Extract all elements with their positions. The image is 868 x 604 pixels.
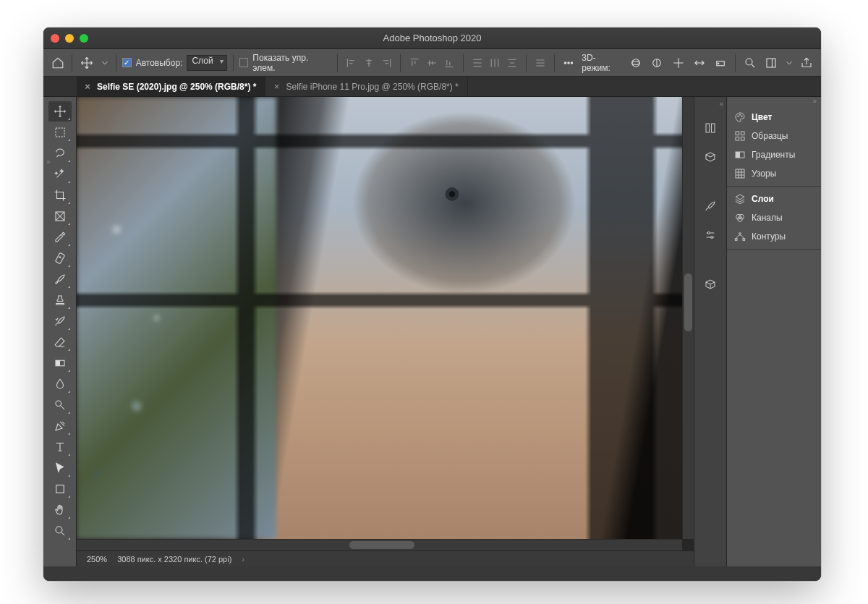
panels-collapse-icon[interactable]: » bbox=[727, 97, 821, 105]
pan-3d-button[interactable] bbox=[670, 54, 686, 72]
home-button[interactable] bbox=[49, 54, 66, 72]
svg-point-1 bbox=[568, 61, 569, 63]
brush-tool[interactable] bbox=[48, 269, 72, 289]
document-canvas[interactable] bbox=[77, 97, 682, 539]
document-tab-2[interactable]: × Selfie iPhone 11 Pro.jpg @ 250% (RGB/8… bbox=[265, 77, 467, 96]
collapse-chevron-icon[interactable]: « bbox=[719, 100, 723, 108]
stamp-tool[interactable] bbox=[48, 290, 72, 310]
svg-point-23 bbox=[739, 114, 740, 115]
tools-panel bbox=[43, 97, 77, 566]
svg-rect-26 bbox=[741, 132, 744, 135]
close-tab-icon[interactable]: × bbox=[271, 81, 281, 92]
tab-label: Selfie iPhone 11 Pro.jpg @ 250% (RGB/8*)… bbox=[286, 82, 458, 92]
move-tool[interactable] bbox=[48, 101, 72, 122]
vertical-scrollbar[interactable] bbox=[682, 97, 694, 539]
gradient-tool[interactable] bbox=[48, 353, 72, 373]
autoselect-checkbox[interactable]: ✓ bbox=[122, 58, 132, 67]
align-center-h-button[interactable] bbox=[361, 56, 377, 70]
lasso-tool[interactable] bbox=[48, 143, 72, 163]
align-bottom-button[interactable] bbox=[441, 56, 457, 70]
status-chevron-icon[interactable]: › bbox=[242, 555, 244, 563]
svg-point-20 bbox=[707, 232, 710, 234]
roll-3d-button[interactable] bbox=[649, 54, 665, 72]
libraries-panel-icon[interactable] bbox=[702, 148, 719, 166]
show-transform-checkbox[interactable] bbox=[239, 58, 249, 67]
window-footer bbox=[43, 566, 821, 581]
svg-point-24 bbox=[741, 116, 742, 116]
slide-3d-button[interactable] bbox=[691, 54, 707, 72]
document-tab-1[interactable]: × Selfie SE (2020).jpg @ 250% (RGB/8*) * bbox=[77, 77, 265, 96]
autoselect-dropdown[interactable]: Слой bbox=[187, 55, 226, 71]
svg-rect-9 bbox=[767, 59, 775, 67]
type-tool[interactable] bbox=[48, 437, 72, 457]
svg-rect-25 bbox=[736, 132, 739, 135]
gradients-panel-tab[interactable]: Градиенты bbox=[727, 145, 821, 164]
align-middle-button[interactable] bbox=[424, 56, 440, 70]
panel-label: Каналы bbox=[752, 213, 783, 223]
close-tab-icon[interactable]: × bbox=[82, 81, 93, 92]
swatches-panel-tab[interactable]: Образцы bbox=[727, 127, 821, 145]
align-left-button[interactable] bbox=[344, 56, 359, 70]
maximize-window-button[interactable] bbox=[80, 34, 88, 43]
panel-label: Узоры bbox=[752, 169, 776, 179]
zoom-level[interactable]: 250% bbox=[87, 555, 107, 563]
panel-label: Контуры bbox=[752, 231, 786, 242]
healing-tool[interactable] bbox=[48, 248, 72, 268]
orbit-3d-button[interactable] bbox=[627, 54, 644, 72]
shape-tool[interactable] bbox=[48, 479, 72, 499]
align-right-button[interactable] bbox=[378, 56, 394, 70]
svg-point-0 bbox=[565, 61, 566, 63]
workspace-dropdown[interactable] bbox=[784, 54, 794, 72]
svg-point-2 bbox=[571, 61, 573, 63]
move-tool-icon[interactable] bbox=[78, 54, 95, 72]
crop-tool[interactable] bbox=[48, 185, 72, 205]
blur-tool[interactable] bbox=[48, 374, 72, 394]
panel-label: Цвет bbox=[752, 112, 772, 122]
tool-preset-dropdown[interactable] bbox=[100, 54, 110, 72]
hand-tool[interactable] bbox=[48, 500, 72, 520]
show-transform-label: Показать упр. элем. bbox=[252, 53, 331, 73]
window-controls bbox=[51, 34, 88, 43]
eyedropper-tool[interactable] bbox=[48, 227, 72, 247]
pen-tool[interactable] bbox=[48, 416, 72, 436]
overflow-button[interactable] bbox=[561, 54, 577, 72]
properties-panel-icon[interactable] bbox=[702, 119, 719, 137]
svg-point-17 bbox=[56, 527, 62, 533]
svg-rect-31 bbox=[736, 169, 744, 178]
zoom-tool[interactable] bbox=[48, 521, 72, 541]
canvas-area: 250% 3088 пикс. x 2320 пикс. (72 ppi) › bbox=[77, 97, 694, 566]
search-button[interactable] bbox=[741, 54, 758, 72]
distribute-v-button[interactable] bbox=[487, 56, 503, 70]
align-top-button[interactable] bbox=[407, 56, 422, 70]
distribute-top-button[interactable] bbox=[469, 56, 485, 70]
scale-3d-button[interactable] bbox=[712, 54, 729, 72]
eraser-tool[interactable] bbox=[48, 332, 72, 352]
more-align-button[interactable] bbox=[532, 56, 548, 70]
patterns-panel-tab[interactable]: Узоры bbox=[727, 164, 821, 183]
share-button[interactable] bbox=[799, 54, 815, 72]
titlebar: Adobe Photoshop 2020 bbox=[43, 27, 821, 49]
3d-panel-icon[interactable] bbox=[702, 276, 719, 293]
marquee-tool[interactable] bbox=[48, 122, 72, 143]
workspace-button[interactable] bbox=[762, 54, 779, 72]
brushes-panel-icon[interactable] bbox=[702, 197, 719, 215]
frame-tool[interactable] bbox=[48, 206, 72, 226]
panel-label: Образцы bbox=[752, 131, 788, 141]
distribute-h-button[interactable] bbox=[504, 56, 520, 70]
history-brush-tool[interactable] bbox=[48, 311, 72, 331]
close-window-button[interactable] bbox=[51, 34, 59, 43]
svg-point-22 bbox=[738, 116, 739, 116]
layers-panel-tab[interactable]: Слои bbox=[727, 190, 821, 208]
magic-wand-tool[interactable] bbox=[48, 164, 72, 184]
path-selection-tool[interactable] bbox=[48, 458, 72, 478]
adjustments-panel-icon[interactable] bbox=[702, 226, 719, 244]
minimize-window-button[interactable] bbox=[65, 34, 74, 43]
svg-point-37 bbox=[739, 233, 741, 235]
dodge-tool[interactable] bbox=[48, 395, 72, 415]
paths-panel-tab[interactable]: Контуры bbox=[727, 227, 821, 246]
channels-panel-tab[interactable]: Каналы bbox=[727, 208, 821, 227]
panel-label: Слои bbox=[752, 194, 774, 204]
mode-3d-label: 3D-режим: bbox=[582, 53, 623, 73]
horizontal-scrollbar[interactable] bbox=[77, 539, 682, 550]
color-panel-tab[interactable]: Цвет bbox=[727, 108, 821, 127]
